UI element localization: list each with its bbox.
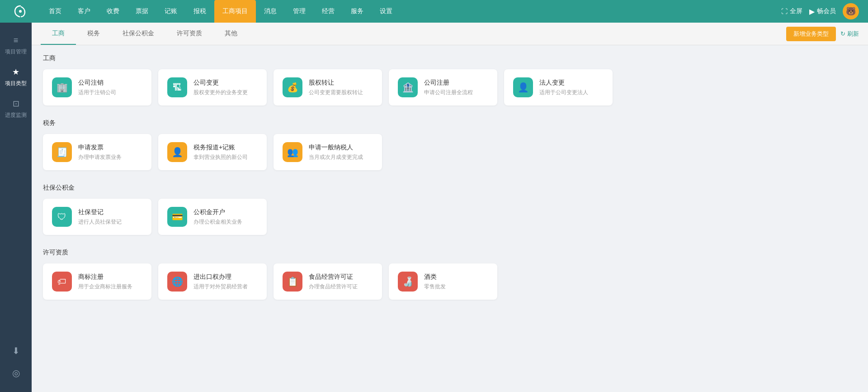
sidebar-item-项目管理[interactable]: ≡ 项目管理: [0, 29, 32, 61]
tab-税务[interactable]: 税务: [76, 23, 111, 45]
card-酒类[interactable]: 🍶 酒类 零售批发: [389, 263, 497, 300]
nav-item-票据[interactable]: 票据: [127, 0, 156, 23]
tab-许可资质[interactable]: 许可资质: [165, 23, 213, 45]
card-icon: 🛡: [52, 207, 72, 227]
tab-bar: 工商税务社保公积金许可资质其他 新增业务类型 ↻ 刷新: [32, 23, 868, 45]
sidebar-icon: ★: [10, 67, 21, 77]
card-公司注册[interactable]: 🏦 公司注册 申请公司注册全流程: [389, 69, 497, 105]
sidebar: ≡ 项目管理 ★ 项目类型 ⊡ 进度监测 ⬇◎: [0, 23, 32, 392]
cards-grid: 🧾 申请发票 办理申请发票业务 👤 税务报道+记账 拿到营业执照的新公司 👥 申…: [43, 134, 857, 170]
nav-item-经营[interactable]: 经营: [314, 0, 343, 23]
fullscreen-label: 全屏: [790, 7, 802, 15]
nav-item-管理[interactable]: 管理: [285, 0, 314, 23]
card-icon: 👥: [283, 142, 302, 162]
card-title: 食品经营许可证: [309, 273, 358, 281]
sidebar-label: 项目管理: [5, 48, 27, 56]
svg-point-0: [19, 10, 22, 13]
sidebar-label: 进度监测: [5, 111, 27, 119]
card-税务报道+记账[interactable]: 👤 税务报道+记账 拿到营业执照的新公司: [158, 134, 267, 170]
nav-item-收费[interactable]: 收费: [99, 0, 127, 23]
card-desc: 办理食品经营许可证: [309, 283, 358, 291]
nav-item-客户[interactable]: 客户: [70, 0, 99, 23]
card-icon: 🍶: [398, 272, 418, 292]
card-icon: 🌐: [167, 272, 187, 292]
nav-item-报税[interactable]: 报税: [185, 0, 214, 23]
nav-item-首页[interactable]: 首页: [41, 0, 70, 23]
sidebar-item-项目类型[interactable]: ★ 项目类型: [0, 61, 32, 93]
nav-item-设置[interactable]: 设置: [372, 0, 401, 23]
card-title: 公司注销: [78, 79, 116, 87]
card-icon: 📋: [283, 272, 302, 292]
card-法人变更[interactable]: 👤 法人变更 适用于公司变更法人: [504, 69, 613, 105]
cards-grid: 🛡 社保登记 进行人员社保登记 💳 公积金开户 办理公积金相关业务: [43, 199, 857, 235]
card-公司变更[interactable]: 🏗 公司变更 股权变更外的业务变更: [158, 69, 267, 105]
member-button[interactable]: ▶ 畅会员: [809, 7, 836, 16]
section-title: 社保公积金: [43, 184, 857, 192]
card-股权转让[interactable]: 💰 股权转让 公司变更需要股权转让: [274, 69, 382, 105]
section-title: 许可资质: [43, 249, 857, 257]
sidebar-icon: ⊡: [10, 98, 21, 109]
card-商标注册[interactable]: 🏷 商标注册 用于企业商标注册服务: [43, 263, 151, 300]
card-title: 社保登记: [78, 208, 122, 216]
card-申请发票[interactable]: 🧾 申请发票 办理申请发票业务: [43, 134, 151, 170]
card-icon: 👤: [167, 142, 187, 162]
card-进出口权办理[interactable]: 🌐 进出口权办理 适用于对外贸易经营者: [158, 263, 267, 300]
tab-其他[interactable]: 其他: [213, 23, 249, 45]
card-desc: 适用于公司变更法人: [539, 89, 588, 96]
card-desc: 办理公积金相关业务: [193, 218, 242, 226]
card-desc: 用于企业商标注册服务: [78, 283, 132, 291]
fullscreen-icon: ⛶: [781, 8, 788, 15]
card-申请一般纳税人[interactable]: 👥 申请一般纳税人 当月或次月成变更完成: [274, 134, 382, 170]
cards-grid: 🏷 商标注册 用于企业商标注册服务 🌐 进出口权办理 适用于对外贸易经营者 📋 …: [43, 263, 857, 300]
card-desc: 进行人员社保登记: [78, 218, 122, 226]
card-desc: 公司变更需要股权转让: [309, 89, 363, 96]
card-icon: 💰: [283, 77, 302, 97]
section-税务: 税务 🧾 申请发票 办理申请发票业务 👤 税务报道+记账 拿到营业执照的新公司 …: [43, 119, 857, 170]
card-title: 进出口权办理: [193, 273, 248, 281]
nav-items: 首页客户收费票据记账报税工商项目消息管理经营服务设置: [41, 0, 781, 23]
card-title: 酒类: [424, 273, 446, 281]
nav-item-工商项目[interactable]: 工商项目: [214, 0, 256, 23]
nav-item-消息[interactable]: 消息: [256, 0, 285, 23]
sidebar-bottom-item-0[interactable]: ⬇: [0, 341, 32, 361]
sidebar-bottom-item-1[interactable]: ◎: [0, 363, 32, 383]
card-title: 公司变更: [193, 79, 248, 87]
section-工商: 工商 🏢 公司注销 适用于注销公司 🏗 公司变更 股权变更外的业务变更 💰 股权…: [43, 54, 857, 105]
fullscreen-button[interactable]: ⛶ 全屏: [781, 7, 802, 15]
refresh-label: 刷新: [847, 30, 859, 38]
card-icon: 🏷: [52, 272, 72, 292]
card-title: 股权转让: [309, 79, 363, 87]
tab-工商[interactable]: 工商: [41, 23, 76, 45]
sidebar-item-进度监测[interactable]: ⊡ 进度监测: [0, 93, 32, 124]
card-icon: 🧾: [52, 142, 72, 162]
content-area: 工商税务社保公积金许可资质其他 新增业务类型 ↻ 刷新 工商 🏢 公司注销 适用…: [32, 23, 868, 392]
scroll-content[interactable]: 工商 🏢 公司注销 适用于注销公司 🏗 公司变更 股权变更外的业务变更 💰 股权…: [32, 45, 868, 392]
app-logo: [9, 0, 32, 23]
sidebar-label: 项目类型: [5, 80, 27, 87]
refresh-button[interactable]: ↻ 刷新: [840, 30, 859, 38]
avatar[interactable]: 🐻: [843, 3, 859, 19]
play-icon: ▶: [809, 7, 815, 16]
tabs: 工商税务社保公积金许可资质其他: [41, 23, 249, 45]
section-title: 税务: [43, 119, 857, 127]
section-title: 工商: [43, 54, 857, 62]
nav-item-记账[interactable]: 记账: [156, 0, 185, 23]
card-icon: 🏗: [167, 77, 187, 97]
card-title: 申请一般纳税人: [309, 143, 363, 152]
card-desc: 适用于对外贸易经营者: [193, 283, 248, 291]
card-icon: 🏢: [52, 77, 72, 97]
member-label: 畅会员: [817, 7, 836, 15]
card-desc: 零售批发: [424, 283, 446, 291]
card-title: 申请发票: [78, 143, 122, 152]
add-business-type-button[interactable]: 新增业务类型: [786, 27, 836, 41]
card-title: 税务报道+记账: [193, 143, 248, 152]
card-食品经营许可证[interactable]: 📋 食品经营许可证 办理食品经营许可证: [274, 263, 382, 300]
card-公司注销[interactable]: 🏢 公司注销 适用于注销公司: [43, 69, 151, 105]
card-desc: 当月或次月成变更完成: [309, 153, 363, 161]
card-公积金开户[interactable]: 💳 公积金开户 办理公积金相关业务: [158, 199, 267, 235]
card-icon: 🏦: [398, 77, 418, 97]
nav-item-服务[interactable]: 服务: [343, 0, 372, 23]
card-title: 法人变更: [539, 79, 588, 87]
card-社保登记[interactable]: 🛡 社保登记 进行人员社保登记: [43, 199, 151, 235]
tab-社保公积金[interactable]: 社保公积金: [111, 23, 165, 45]
